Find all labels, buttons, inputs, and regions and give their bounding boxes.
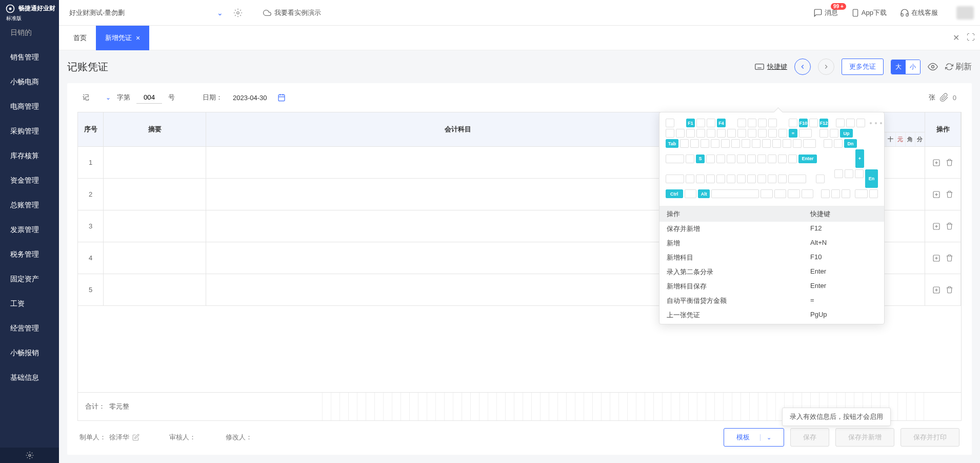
- messages-button[interactable]: 消息 99 +: [813, 8, 838, 17]
- voucher-type[interactable]: 记: [83, 93, 89, 102]
- size-large[interactable]: 大: [891, 60, 906, 74]
- calendar-icon[interactable]: [277, 93, 286, 102]
- delete-row-icon[interactable]: [946, 286, 953, 294]
- word-label: 字第: [117, 93, 130, 102]
- main: 首页 新增凭证 × ✕ ⛶ 记账凭证 快捷键: [59, 26, 980, 463]
- subject-cell[interactable]: [206, 147, 710, 178]
- sidebar-item-ecom[interactable]: 电商管理: [0, 94, 59, 119]
- sc-op: 自动平衡借贷方金额: [667, 296, 810, 305]
- sidebar-item-base[interactable]: 基础信息: [0, 365, 59, 390]
- subject-cell[interactable]: [206, 242, 710, 274]
- sidebar-item-partial[interactable]: 日销的: [0, 26, 59, 45]
- modifier-label: 修改人：: [226, 433, 252, 442]
- download-button[interactable]: App下载: [851, 8, 887, 17]
- phone-icon: [851, 9, 859, 17]
- row-actions: [925, 242, 961, 274]
- sc-key: PgUp: [810, 311, 877, 320]
- add-row-icon[interactable]: [932, 222, 941, 230]
- fullscreen-icon[interactable]: ⛶: [967, 33, 975, 43]
- shortcut-row: 自动平衡借贷方金额=: [659, 294, 884, 308]
- add-row-icon[interactable]: [932, 286, 941, 294]
- sc-key: F12: [810, 224, 877, 234]
- close-all-icon[interactable]: ✕: [953, 33, 959, 43]
- top-actions: 消息 99 + App下载 在线客服: [813, 6, 974, 20]
- sc-op: 新增: [667, 239, 810, 248]
- th-ops: 操作: [925, 112, 961, 146]
- hotkey-trigger[interactable]: 快捷键: [755, 62, 787, 71]
- attachment-icon[interactable]: [939, 93, 949, 102]
- maker-label: 制单人：: [79, 433, 106, 442]
- sidebar-item-xc-ecom[interactable]: 小畅电商: [0, 70, 59, 94]
- delete-row-icon[interactable]: [946, 190, 953, 198]
- sc-key: F10: [810, 253, 877, 262]
- sidebar-item-inventory[interactable]: 库存核算: [0, 144, 59, 168]
- sidebar-settings-icon[interactable]: [0, 448, 59, 463]
- tab-bar: 首页 新增凭证 × ✕ ⛶: [59, 26, 980, 50]
- settings-gear-icon[interactable]: [233, 8, 243, 17]
- company-selector[interactable]: 好业财测试-量勿删: [69, 8, 125, 17]
- edit-maker-icon[interactable]: [132, 434, 139, 441]
- sidebar-item-tax[interactable]: 税务管理: [0, 242, 59, 267]
- sc-op: 上一张凭证: [667, 311, 810, 320]
- keyboard-icon: [755, 63, 764, 70]
- sidebar-item-bi[interactable]: 经营管理: [0, 316, 59, 341]
- row-index: 5: [78, 274, 104, 305]
- row-index: 3: [78, 210, 104, 242]
- shortcut-row: 新增Alt+N: [659, 236, 884, 250]
- key-tab: Tab: [666, 139, 678, 148]
- sc-key: =: [810, 296, 877, 305]
- row-actions: [925, 147, 961, 178]
- row-actions: [925, 179, 961, 210]
- more-vouchers-button[interactable]: 更多凭证: [842, 59, 884, 75]
- sidebar-item-purchase[interactable]: 采购管理: [0, 119, 59, 144]
- add-row-icon[interactable]: [932, 190, 941, 199]
- demo-link[interactable]: 我要看实例演示: [263, 8, 321, 17]
- chevron-down-icon[interactable]: ⌄: [106, 94, 111, 101]
- summary-cell[interactable]: [104, 179, 206, 210]
- sidebar-item-assets[interactable]: 固定资产: [0, 267, 59, 292]
- support-button[interactable]: 在线客服: [900, 8, 938, 17]
- summary-cell[interactable]: [104, 210, 206, 242]
- summary-cell[interactable]: [104, 274, 206, 305]
- size-small[interactable]: 小: [906, 60, 920, 74]
- voucher-number-input[interactable]: [136, 91, 162, 104]
- template-button[interactable]: 模板 ⌄: [724, 428, 784, 447]
- view-icon[interactable]: [928, 62, 938, 72]
- delete-row-icon[interactable]: [946, 159, 953, 166]
- auditor-label: 审核人：: [169, 433, 196, 442]
- subject-cell[interactable]: [206, 210, 710, 242]
- cloud-icon: [263, 9, 271, 17]
- tab-close-icon[interactable]: ×: [136, 34, 140, 42]
- key-f12: F12: [819, 119, 828, 127]
- unit-元: 元: [896, 132, 906, 146]
- user-avatar[interactable]: [956, 6, 974, 20]
- company-dropdown-icon[interactable]: ⌄: [217, 9, 223, 17]
- subject-cell[interactable]: [206, 274, 710, 305]
- svg-rect-6: [755, 64, 764, 70]
- sidebar-item-sales[interactable]: 销售管理: [0, 45, 59, 70]
- chevron-down-icon[interactable]: ⌄: [760, 434, 771, 441]
- sidebar-item-gl[interactable]: 总账管理: [0, 193, 59, 218]
- next-voucher-button[interactable]: [818, 59, 834, 75]
- sidebar-item-funds[interactable]: 资金管理: [0, 168, 59, 193]
- delete-row-icon[interactable]: [946, 222, 953, 230]
- summary-cell[interactable]: [104, 147, 206, 178]
- refresh-button[interactable]: 刷新: [945, 62, 972, 72]
- date-value[interactable]: 2023-04-30: [233, 94, 267, 102]
- total-value: 零元整: [109, 402, 129, 411]
- message-icon: [813, 8, 823, 17]
- sidebar-item-invoice[interactable]: 发票管理: [0, 218, 59, 242]
- prev-voucher-button[interactable]: [794, 59, 811, 75]
- sidebar-item-expense[interactable]: 小畅报销: [0, 341, 59, 365]
- sheet-label: 张: [929, 93, 935, 102]
- add-row-icon[interactable]: [932, 159, 941, 167]
- save-and-new-button: 保存并新增: [835, 428, 894, 447]
- summary-cell[interactable]: [104, 242, 206, 274]
- sidebar-item-salary[interactable]: 工资: [0, 292, 59, 316]
- tab-home[interactable]: 首页: [64, 26, 96, 50]
- subject-cell[interactable]: [206, 179, 710, 210]
- add-row-icon[interactable]: [932, 254, 941, 262]
- tab-new-voucher[interactable]: 新增凭证 ×: [96, 26, 149, 50]
- delete-row-icon[interactable]: [946, 254, 953, 262]
- unit-角: 角: [906, 132, 915, 146]
